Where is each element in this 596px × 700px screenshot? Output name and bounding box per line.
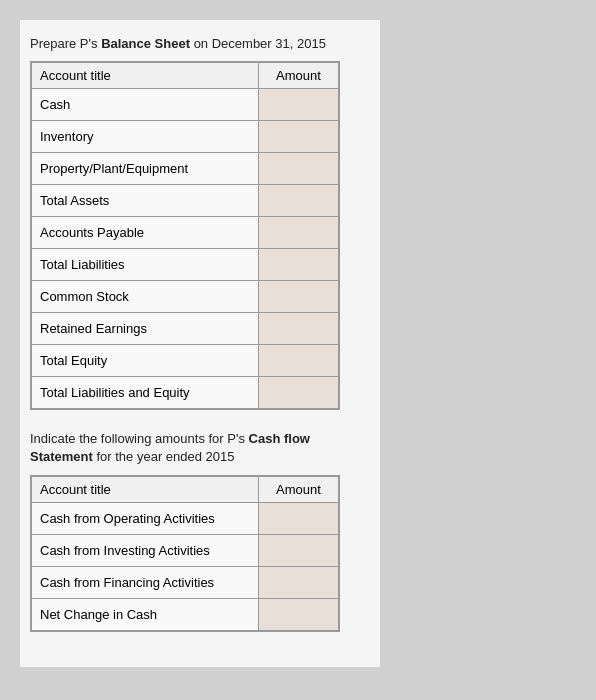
- table-row: Property/Plant/Equipment: [32, 153, 339, 185]
- cf-account-title-header: Account title: [32, 476, 259, 502]
- cash-flow-section: Indicate the following amounts for P's C…: [30, 430, 370, 631]
- table-row: Retained Earnings: [32, 313, 339, 345]
- amount-cell[interactable]: [259, 121, 339, 153]
- account-label: Total Liabilities: [32, 249, 259, 281]
- amount-cell[interactable]: [259, 281, 339, 313]
- table-row: Net Change in Cash: [32, 598, 339, 630]
- table-row: Cash from Investing Activities: [32, 534, 339, 566]
- balance-sheet-title-suffix: on December 31, 2015: [190, 36, 326, 51]
- account-label: Total Assets: [32, 185, 259, 217]
- amount-cell[interactable]: [259, 153, 339, 185]
- amount-cell[interactable]: [259, 598, 339, 630]
- page-content: Prepare P's Balance Sheet on December 31…: [20, 20, 380, 667]
- amount-cell[interactable]: [259, 566, 339, 598]
- table-row: Total Equity: [32, 345, 339, 377]
- amount-cell[interactable]: [259, 502, 339, 534]
- account-label: Common Stock: [32, 281, 259, 313]
- amount-cell[interactable]: [259, 217, 339, 249]
- account-label: Retained Earnings: [32, 313, 259, 345]
- balance-sheet-title: Prepare P's Balance Sheet on December 31…: [30, 35, 370, 53]
- balance-sheet-title-prefix: Prepare P's: [30, 36, 101, 51]
- cash-flow-table-wrapper: Account title Amount Cash from Operating…: [30, 475, 340, 632]
- account-label: Cash from Operating Activities: [32, 502, 259, 534]
- balance-sheet-header-row: Account title Amount: [32, 63, 339, 89]
- table-row: Inventory: [32, 121, 339, 153]
- amount-cell[interactable]: [259, 185, 339, 217]
- balance-sheet-title-bold: Balance Sheet: [101, 36, 190, 51]
- balance-sheet-section: Prepare P's Balance Sheet on December 31…: [30, 35, 370, 410]
- table-row: Cash: [32, 89, 339, 121]
- table-row: Total Assets: [32, 185, 339, 217]
- account-label: Inventory: [32, 121, 259, 153]
- cash-flow-title-suffix: for the year ended 2015: [93, 449, 235, 464]
- balance-sheet-table: Account title Amount CashInventoryProper…: [31, 62, 339, 409]
- balance-sheet-body: CashInventoryProperty/Plant/EquipmentTot…: [32, 89, 339, 409]
- table-row: Common Stock: [32, 281, 339, 313]
- account-label: Total Equity: [32, 345, 259, 377]
- cf-amount-header: Amount: [259, 476, 339, 502]
- amount-cell[interactable]: [259, 377, 339, 409]
- amount-cell[interactable]: [259, 249, 339, 281]
- cash-flow-title: Indicate the following amounts for P's C…: [30, 430, 370, 466]
- amount-header: Amount: [259, 63, 339, 89]
- amount-cell[interactable]: [259, 89, 339, 121]
- cash-flow-body: Cash from Operating ActivitiesCash from …: [32, 502, 339, 630]
- table-row: Cash from Operating Activities: [32, 502, 339, 534]
- account-label: Net Change in Cash: [32, 598, 259, 630]
- amount-cell[interactable]: [259, 345, 339, 377]
- table-row: Cash from Financing Activities: [32, 566, 339, 598]
- amount-cell[interactable]: [259, 313, 339, 345]
- cash-flow-table: Account title Amount Cash from Operating…: [31, 476, 339, 631]
- table-row: Total Liabilities and Equity: [32, 377, 339, 409]
- balance-sheet-table-wrapper: Account title Amount CashInventoryProper…: [30, 61, 340, 410]
- cash-flow-header-row: Account title Amount: [32, 476, 339, 502]
- account-label: Cash: [32, 89, 259, 121]
- table-row: Accounts Payable: [32, 217, 339, 249]
- account-label: Accounts Payable: [32, 217, 259, 249]
- table-row: Total Liabilities: [32, 249, 339, 281]
- cash-flow-title-prefix: Indicate the following amounts for P's: [30, 431, 249, 446]
- amount-cell[interactable]: [259, 534, 339, 566]
- account-title-header: Account title: [32, 63, 259, 89]
- account-label: Property/Plant/Equipment: [32, 153, 259, 185]
- account-label: Cash from Financing Activities: [32, 566, 259, 598]
- account-label: Total Liabilities and Equity: [32, 377, 259, 409]
- account-label: Cash from Investing Activities: [32, 534, 259, 566]
